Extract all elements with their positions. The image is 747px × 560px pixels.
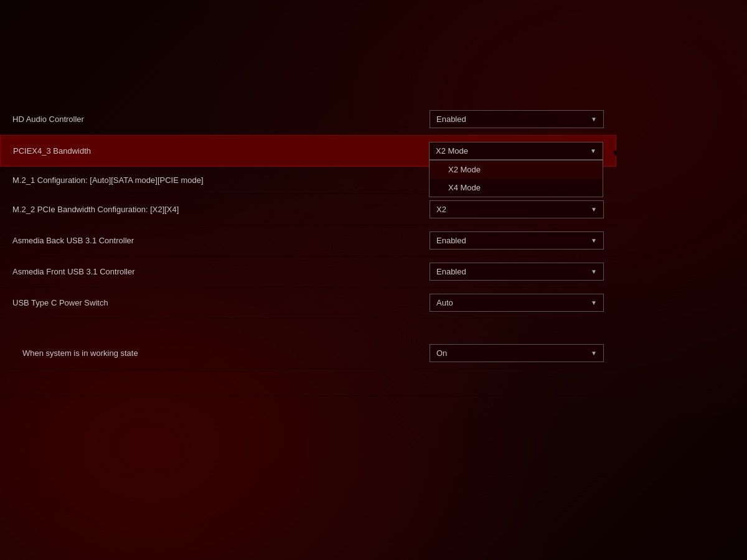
hd-audio-label: HD Audio Controller — [12, 114, 430, 124]
setting-pciex4-bandwidth: PCIEX4_3 Bandwidth X2 Mode ▼ X2 Mode — [0, 135, 616, 167]
asmedia-front-value: Enabled — [436, 267, 466, 276]
asmedia-front-dropdown[interactable]: Enabled ▼ — [430, 263, 604, 281]
pciex4-option-x4[interactable]: X4 Mode — [430, 179, 603, 197]
working-state-dropdown[interactable]: On ▼ — [430, 344, 604, 362]
option-x4-label: X4 Mode — [448, 183, 481, 192]
spacer-row — [0, 369, 616, 396]
asmedia-back-control: Enabled ▼ — [430, 231, 604, 250]
setting-working-state: When system is in working state On ▼ — [0, 338, 616, 369]
setting-asmedia-front: Asmedia Front USB 3.1 Controller Enabled… — [0, 256, 616, 287]
pciex4-option-x2[interactable]: X2 Mode — [430, 161, 603, 179]
dropdown-arrow-2: ▼ — [590, 147, 596, 154]
working-state-control: On ▼ — [430, 344, 604, 362]
hd-audio-control: Enabled ▼ — [430, 110, 604, 128]
m2-2-label: M.2_2 PCIe Bandwidth Configuration: [X2]… — [12, 205, 430, 214]
dropdown-arrow-3: ▼ — [591, 206, 597, 213]
dropdown-arrow-5: ▼ — [591, 268, 597, 275]
dropdown-arrow-7: ▼ — [591, 350, 597, 357]
m2-2-value: X2 — [436, 205, 446, 214]
setting-m2-2: M.2_2 PCIe Bandwidth Configuration: [X2]… — [0, 194, 616, 225]
hd-audio-dropdown[interactable]: Enabled ▼ — [430, 110, 604, 128]
asmedia-front-control: Enabled ▼ — [430, 263, 604, 281]
m2-2-dropdown[interactable]: X2 ▼ — [430, 200, 604, 218]
asmedia-back-value: Enabled — [436, 236, 466, 245]
working-state-label: When system is in working state — [22, 348, 430, 358]
usb-type-c-value: Auto — [436, 298, 453, 307]
setting-usb-type-c: USB Type C Power Switch Auto ▼ — [0, 287, 616, 319]
setting-hd-audio: HD Audio Controller Enabled ▼ — [0, 104, 616, 135]
dropdown-arrow: ▼ — [591, 116, 597, 123]
dropdown-arrow-6: ▼ — [591, 299, 597, 306]
usb-type-c-control: Auto ▼ — [430, 294, 604, 312]
dropdown-arrow-4: ▼ — [591, 237, 597, 244]
asmedia-back-dropdown[interactable]: Enabled ▼ — [430, 231, 604, 250]
m2-2-control: X2 ▼ — [430, 200, 604, 218]
pciex4-control: X2 Mode ▼ X2 Mode X4 Mode — [429, 142, 603, 160]
cursor-hand-icon: ☛ — [612, 146, 616, 159]
option-x2-label: X2 Mode — [448, 165, 481, 174]
asmedia-front-label: Asmedia Front USB 3.1 Controller — [12, 267, 430, 276]
hd-audio-value: Enabled — [436, 114, 466, 124]
setting-asmedia-back: Asmedia Back USB 3.1 Controller Enabled … — [0, 225, 616, 256]
pciex4-label: PCIEX4_3 Bandwidth — [13, 146, 429, 156]
pciex4-dropdown-menu: X2 Mode X4 Mode — [429, 160, 603, 197]
usb-type-c-dropdown[interactable]: Auto ▼ — [430, 294, 604, 312]
pciex4-value: X2 Mode — [436, 146, 468, 156]
pciex4-dropdown[interactable]: X2 Mode ▼ — [429, 142, 603, 160]
cursor-indicator: ☛ — [613, 147, 616, 159]
asmedia-back-label: Asmedia Back USB 3.1 Controller — [12, 236, 430, 245]
working-state-value: On — [436, 348, 447, 358]
m2-1-label: M.2_1 Configuration: [Auto][SATA mode][P… — [12, 175, 430, 185]
usb-type-c-label: USB Type C Power Switch — [12, 298, 430, 307]
